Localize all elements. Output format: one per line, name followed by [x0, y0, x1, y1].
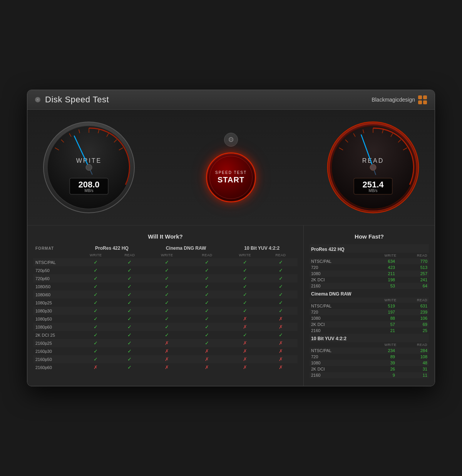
read-value: 25 — [398, 327, 429, 334]
cdng-header: Cinema DNG RAW — [146, 244, 226, 252]
checkmark-icon: ✓ — [165, 259, 169, 265]
checkmark-icon: ✓ — [165, 316, 169, 322]
check-cell: ✓ — [264, 299, 298, 307]
check-cell: ✓ — [264, 274, 298, 282]
checkmark-icon: ✓ — [127, 340, 132, 346]
checkmark-icon: ✓ — [205, 308, 209, 314]
write-header: WRITE — [363, 253, 398, 258]
check-cell: ✓ — [188, 266, 226, 274]
start-button[interactable]: SPEED TEST START — [206, 152, 256, 202]
format-cell: 1080i50 — [33, 282, 78, 291]
write-value: 89 — [363, 354, 398, 360]
checkmark-icon: ✓ — [127, 324, 132, 330]
check-cell: ✓ — [146, 291, 188, 299]
checkmark-icon: ✓ — [94, 300, 98, 306]
fast-data-row: NTSC/PAL634770 — [310, 258, 429, 264]
settings-gear-button[interactable]: ⚙ — [224, 133, 238, 147]
check-cell: ✗ — [264, 323, 298, 331]
column-header-row: WRITEREAD — [310, 342, 429, 347]
write-value: 9 — [363, 372, 398, 378]
check-cell: ✓ — [188, 258, 226, 266]
empty-header — [310, 297, 363, 303]
read-gauge-container: READ 251.4 MB/s — [327, 121, 419, 214]
check-cell: ✓ — [146, 282, 188, 291]
cross-icon: ✗ — [243, 356, 247, 362]
check-cell: ✓ — [114, 355, 146, 363]
check-cell: ✓ — [114, 282, 146, 291]
cross-icon: ✗ — [205, 356, 209, 362]
checkmark-icon: ✓ — [94, 340, 98, 346]
read-value: 770 — [398, 258, 429, 264]
fast-data-row: 21605364 — [310, 283, 429, 289]
read-value: 284 — [398, 347, 429, 354]
cross-icon: ✗ — [243, 340, 247, 346]
read-value: 239 — [398, 309, 429, 315]
will-it-work-title: Will It Work? — [33, 233, 298, 240]
table-row: 2160p50✓✓✗✗✗✗ — [33, 355, 298, 363]
read-gauge: READ 251.4 MB/s — [327, 121, 419, 214]
how-fast-title: How Fast? — [310, 233, 429, 240]
cross-icon: ✗ — [279, 348, 283, 354]
brand-icon — [418, 95, 427, 104]
read-value: 48 — [398, 360, 429, 366]
cross-icon: ✗ — [165, 340, 169, 346]
column-header-row: WRITEREAD — [310, 253, 429, 258]
checkmark-icon: ✓ — [127, 267, 132, 273]
checkmark-icon: ✓ — [279, 308, 283, 314]
write-value: 519 — [363, 303, 398, 309]
write-value: 57 — [363, 321, 398, 327]
format-cell: 2160p30 — [33, 347, 78, 355]
format-label: 2K DCI — [310, 366, 363, 372]
column-header-row: WRITEREAD — [310, 297, 429, 303]
checkmark-icon: ✓ — [94, 332, 98, 338]
format-cell: NTSC/PAL — [33, 258, 78, 266]
format-cell: 1080p30 — [33, 307, 78, 315]
format-label: 1080 — [310, 271, 363, 277]
checkmark-icon: ✓ — [94, 276, 98, 281]
app-window: ✕ Disk Speed Test Blackmagicdesign — [27, 90, 435, 386]
checkmark-icon: ✓ — [243, 292, 247, 297]
write-gauge: WRITE 208.0 MB/s — [43, 121, 135, 214]
svg-text:MB/s: MB/s — [369, 189, 378, 193]
check-cell: ✓ — [226, 258, 264, 266]
checkmark-icon: ✓ — [94, 292, 98, 297]
title-bar-left: ✕ Disk Speed Test — [35, 95, 109, 105]
empty-col — [33, 252, 78, 258]
check-cell: ✓ — [146, 274, 188, 282]
check-cell: ✓ — [114, 331, 146, 339]
close-button[interactable]: ✕ — [35, 97, 40, 102]
check-cell: ✗ — [264, 347, 298, 355]
check-cell: ✓ — [114, 323, 146, 331]
format-cell: 2160p50 — [33, 355, 78, 363]
read-col-1: READ — [114, 252, 146, 258]
read-value: 64 — [398, 283, 429, 289]
svg-text:MB/s: MB/s — [85, 189, 94, 193]
check-cell: ✓ — [264, 307, 298, 315]
check-cell: ✓ — [188, 339, 226, 347]
checkmark-icon: ✓ — [165, 292, 169, 297]
check-cell: ✓ — [188, 323, 226, 331]
read-header: READ — [398, 342, 429, 347]
checkmark-icon: ✓ — [205, 300, 209, 306]
cross-icon: ✗ — [279, 356, 283, 362]
format-label: 1080 — [310, 360, 363, 366]
cross-icon: ✗ — [205, 348, 209, 354]
check-cell: ✓ — [78, 291, 114, 299]
check-cell: ✓ — [188, 274, 226, 282]
write-gauge-container: WRITE 208.0 MB/s — [43, 121, 135, 214]
check-cell: ✗ — [146, 363, 188, 371]
fast-data-row: 21602125 — [310, 327, 429, 334]
check-cell: ✗ — [264, 355, 298, 363]
write-value: 39 — [363, 360, 398, 366]
write-value: 234 — [363, 347, 398, 354]
check-cell: ✗ — [188, 355, 226, 363]
fast-data-row: 2K DCI5769 — [310, 321, 429, 327]
check-cell: ✓ — [78, 331, 114, 339]
read-header: READ — [398, 253, 429, 258]
cross-icon: ✗ — [279, 316, 283, 322]
fast-data-row: 2160911 — [310, 372, 429, 378]
checkmark-icon: ✓ — [279, 267, 283, 273]
format-col-header: FORMAT — [33, 244, 78, 252]
check-cell: ✓ — [226, 266, 264, 274]
check-cell: ✓ — [264, 331, 298, 339]
